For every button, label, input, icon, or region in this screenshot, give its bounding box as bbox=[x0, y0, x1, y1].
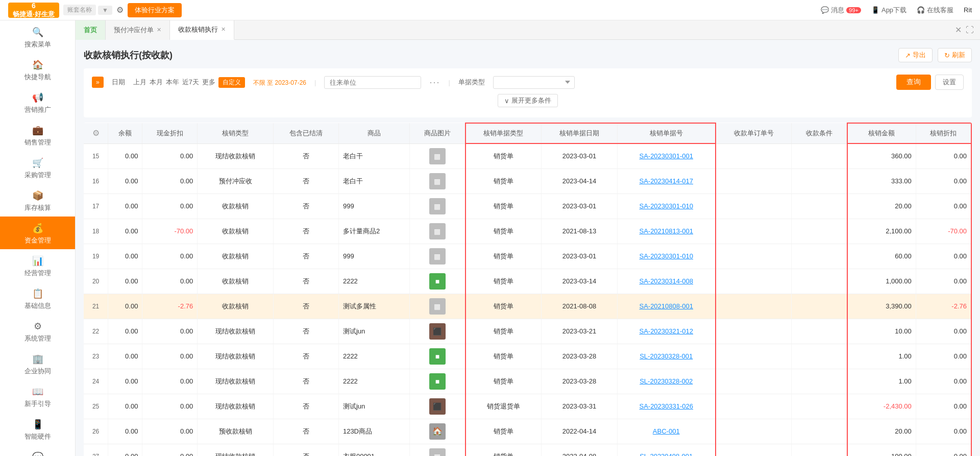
tab-writeoff[interactable]: 收款核销执行 ✕ bbox=[170, 20, 234, 40]
sidebar-item-enterprise[interactable]: 🏢 企业协同 bbox=[0, 347, 75, 380]
bill-no-link[interactable]: SL-20230328-001 bbox=[640, 352, 693, 360]
bill-no-link[interactable]: SA-20230314-008 bbox=[639, 277, 693, 285]
tab-home-label: 首页 bbox=[84, 26, 97, 35]
sidebar-item-inventory[interactable]: 📦 库存核算 bbox=[0, 184, 75, 217]
wechat-icon: 💬 bbox=[32, 451, 43, 456]
filter-expand-button[interactable]: » bbox=[92, 77, 104, 88]
system-icon: ⚙ bbox=[34, 321, 42, 332]
tab-prepay-close[interactable]: ✕ bbox=[157, 27, 161, 33]
sidebar-item-guide[interactable]: 📖 新手引导 bbox=[0, 380, 75, 413]
product-image: ■ bbox=[429, 273, 446, 290]
sales-icon: 💼 bbox=[32, 125, 43, 136]
marketing-icon: 📢 bbox=[32, 92, 43, 103]
table-row: 160.000.00预付冲应收否老白干▦销货单2023-04-14SA-2023… bbox=[84, 169, 971, 194]
sidebar-item-quicknav[interactable]: 🏠 快捷导航 bbox=[0, 53, 75, 86]
page-header: 收款核销执行(按收款) ↗ 导出 ↻ 刷新 bbox=[84, 48, 972, 62]
chevron-down-icon: ∨ bbox=[504, 97, 509, 105]
sidebar: 🔍 搜索菜单 🏠 快捷导航 📢 营销推广 💼 销售管理 🛒 采购管理 📦 库存核… bbox=[0, 20, 76, 456]
th-include-cleared: 包含已结清 bbox=[273, 123, 338, 143]
table-row: 180.00-70.00收款核销否多计量商品2▦销货单2021-08-13SA-… bbox=[84, 219, 971, 244]
export-icon: ↗ bbox=[905, 52, 911, 59]
th-bill-type: 核销单据类型 bbox=[465, 123, 542, 143]
enterprise-icon: 🏢 bbox=[32, 353, 43, 365]
tab-close-all-icon[interactable]: ✕ bbox=[955, 25, 962, 35]
date-custom-button[interactable]: 自定义 bbox=[218, 77, 245, 88]
content-area: 收款核销执行(按收款) ↗ 导出 ↻ 刷新 » 日期 bbox=[76, 40, 980, 456]
bill-no-link[interactable]: ABC-001 bbox=[653, 427, 680, 435]
sidebar-item-smarthw[interactable]: 📱 智能硬件 bbox=[0, 413, 75, 445]
table-row: 190.000.00收款核销否999▦销货单2023-03-01SA-20230… bbox=[84, 244, 971, 269]
expand-more-button[interactable]: ∨ 展开更多条件 bbox=[498, 94, 558, 107]
th-product-img: 商品图片 bbox=[410, 123, 465, 143]
tab-fullscreen-icon[interactable]: ⛶ bbox=[966, 26, 974, 35]
account-selector[interactable]: 账套名称 ▼ bbox=[63, 5, 112, 15]
refresh-button[interactable]: ↻ 刷新 bbox=[938, 48, 972, 62]
sidebar-item-search[interactable]: 🔍 搜索菜单 bbox=[0, 20, 75, 53]
table-row: 200.000.00收款核销否2222■销货单2023-03-14SA-2023… bbox=[84, 269, 971, 294]
bill-no-link[interactable]: SA-20230331-026 bbox=[639, 402, 693, 410]
tab-home[interactable]: 首页 bbox=[76, 20, 106, 40]
bill-no-link[interactable]: SA-20210813-001 bbox=[639, 227, 693, 235]
sidebar-item-system[interactable]: ⚙ 系统管理 bbox=[0, 315, 75, 347]
counterparty-input[interactable] bbox=[324, 76, 421, 89]
bill-no-link[interactable]: SA-20230301-010 bbox=[639, 252, 693, 260]
sidebar-item-operations[interactable]: 📊 经营管理 bbox=[0, 249, 75, 282]
operations-icon: 📊 bbox=[32, 255, 43, 267]
date-option-this-month[interactable]: 本月 bbox=[150, 78, 163, 87]
th-writeoff-discount: 核销折扣 bbox=[916, 123, 971, 143]
bill-no-link[interactable]: SL-20230328-002 bbox=[640, 377, 693, 385]
query-button[interactable]: 查询 bbox=[896, 75, 931, 90]
bill-no-link[interactable]: SA-20230414-017 bbox=[639, 177, 693, 185]
table-container: ⚙ 余额 现金折扣 核销类型 包含已结清 商品 商品图片 核销单据类型 核销单据… bbox=[84, 123, 972, 456]
sidebar-label-finance: 资金管理 bbox=[24, 236, 51, 245]
online-service-area[interactable]: 🎧 在线客服 bbox=[917, 6, 953, 15]
finance-icon: 💰 bbox=[32, 223, 43, 234]
data-table: ⚙ 余额 现金折扣 核销类型 包含已结清 商品 商品图片 核销单据类型 核销单据… bbox=[84, 123, 972, 456]
filter-area: » 日期 上月 本月 本年 近7天 更多 自定义 不限 至 2023-07-26 bbox=[84, 68, 972, 117]
date-option-last-month[interactable]: 上月 bbox=[133, 78, 146, 87]
date-option-7days[interactable]: 近7天 bbox=[182, 78, 199, 87]
solution-button[interactable]: 体验行业方案 bbox=[128, 3, 182, 17]
sidebar-item-baseinfo[interactable]: 📋 基础信息 bbox=[0, 282, 75, 315]
user-name[interactable]: Rit bbox=[964, 6, 972, 14]
inventory-icon: 📦 bbox=[32, 190, 43, 201]
sidebar-label-operations: 经营管理 bbox=[24, 269, 51, 278]
page-title: 收款核销执行(按收款) bbox=[84, 49, 173, 61]
tab-prepay[interactable]: 预付冲应付单 ✕ bbox=[106, 20, 170, 40]
gear-icon[interactable]: ⚙ bbox=[116, 5, 124, 15]
receipt-type-select[interactable] bbox=[493, 76, 575, 89]
bill-no-link[interactable]: SA-20210808-001 bbox=[639, 302, 693, 310]
bill-no-link[interactable]: SA-20230321-012 bbox=[639, 327, 693, 335]
baseinfo-icon: 📋 bbox=[32, 288, 43, 299]
date-option-more[interactable]: 更多 bbox=[202, 78, 215, 87]
product-image: ▦ bbox=[429, 223, 446, 239]
product-image: 🏠 bbox=[429, 423, 446, 440]
th-settings[interactable]: ⚙ bbox=[84, 123, 108, 143]
bill-no-link[interactable]: SL-20230408-001 bbox=[640, 452, 693, 456]
sidebar-item-sales[interactable]: 💼 销售管理 bbox=[0, 118, 75, 151]
sidebar-item-purchase[interactable]: 🛒 采购管理 bbox=[0, 151, 75, 184]
tab-writeoff-close[interactable]: ✕ bbox=[221, 26, 226, 33]
settings-button[interactable]: 设置 bbox=[935, 75, 964, 90]
main-layout: 🔍 搜索菜单 🏠 快捷导航 📢 营销推广 💼 销售管理 🛒 采购管理 📦 库存核… bbox=[0, 20, 980, 456]
filter-expand-row: ∨ 展开更多条件 bbox=[92, 94, 964, 107]
bill-no-link[interactable]: SA-20230301-010 bbox=[639, 202, 693, 210]
counterparty-dots[interactable]: ··· bbox=[429, 77, 440, 88]
th-writeoff-amount: 核销金额 bbox=[847, 123, 916, 143]
date-range-display: 不限 至 2023-07-26 bbox=[253, 79, 306, 87]
sidebar-item-wechat[interactable]: 💬 企业微信 bbox=[0, 445, 75, 456]
sidebar-item-marketing[interactable]: 📢 营销推广 bbox=[0, 86, 75, 118]
sidebar-label-search: 搜索菜单 bbox=[24, 40, 51, 49]
download-icon: 📱 bbox=[871, 6, 879, 14]
date-option-this-year[interactable]: 本年 bbox=[166, 78, 179, 87]
column-settings-icon[interactable]: ⚙ bbox=[92, 129, 100, 137]
date-label: 日期 bbox=[112, 78, 125, 87]
chevron-down-icon[interactable]: ▼ bbox=[98, 6, 112, 15]
product-image: ▦ bbox=[429, 198, 446, 214]
message-area[interactable]: 💬 消息 99+ bbox=[821, 6, 861, 15]
app-download-area[interactable]: 📱 App下载 bbox=[871, 6, 906, 15]
export-button[interactable]: ↗ 导出 bbox=[898, 48, 933, 62]
sidebar-item-finance[interactable]: 💰 资金管理 bbox=[0, 217, 75, 249]
tab-prepay-label: 预付冲应付单 bbox=[114, 26, 154, 35]
bill-no-link[interactable]: SA-20230301-001 bbox=[639, 152, 693, 160]
